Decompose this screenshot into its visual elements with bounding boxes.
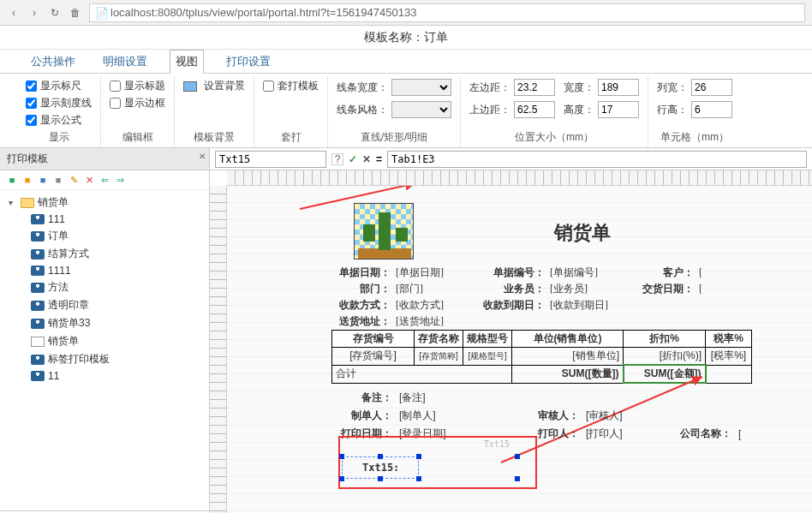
tree-item[interactable]: 透明印章 bbox=[5, 296, 204, 314]
resize-handle[interactable] bbox=[515, 476, 520, 481]
menu-detail[interactable]: 明细设置 bbox=[98, 51, 152, 73]
val-remark[interactable]: [备注] bbox=[397, 390, 474, 406]
col-spec[interactable]: 规格型号 bbox=[463, 331, 512, 348]
tree-item[interactable]: 订单 bbox=[5, 227, 204, 245]
tree-root[interactable]: ▾ 销货单 bbox=[5, 194, 204, 212]
tb-save-icon[interactable]: ■ bbox=[36, 173, 50, 187]
resize-handle[interactable] bbox=[378, 454, 383, 459]
val-bill-no[interactable]: [单据编号] bbox=[547, 265, 600, 281]
cancel-icon[interactable]: ✕ bbox=[362, 153, 371, 165]
col-unit[interactable]: 单位(销售单位) bbox=[512, 331, 624, 348]
val-dept[interactable]: [部门] bbox=[393, 281, 446, 297]
tb-copy-icon[interactable]: ■ bbox=[51, 173, 65, 187]
expand-icon[interactable]: ▾ bbox=[9, 198, 17, 207]
tb-open-icon[interactable]: ■ bbox=[21, 173, 34, 187]
col-tax[interactable]: 税率% bbox=[706, 331, 752, 348]
menu-print[interactable]: 打印设置 bbox=[221, 51, 276, 73]
tb-left-icon[interactable]: ⇐ bbox=[98, 173, 111, 187]
name-box[interactable] bbox=[215, 151, 326, 168]
canvas-wrap: 销货单 单据日期：[单据日期] 单据编号：[单据编号] 客户：[ 部门：[部门]… bbox=[210, 170, 812, 513]
tree-item[interactable]: 销货单33 bbox=[5, 314, 204, 332]
col-code[interactable]: 存货编号 bbox=[332, 331, 415, 348]
lbl-due: 收款到期日： bbox=[481, 297, 547, 313]
cactus-image[interactable] bbox=[354, 203, 414, 259]
user-icon bbox=[31, 355, 45, 365]
inp-width[interactable] bbox=[598, 79, 639, 96]
val-company[interactable]: [ bbox=[736, 426, 743, 442]
design-canvas[interactable]: 销货单 单据日期：[单据日期] 单据编号：[单据编号] 客户：[ 部门：[部门]… bbox=[227, 186, 812, 513]
val-auditor[interactable]: [审核人] bbox=[583, 408, 652, 424]
chk-show-formula[interactable]: 显示公式 bbox=[26, 113, 92, 128]
sum-qty[interactable]: SUM([数量]) bbox=[512, 365, 624, 383]
col-name[interactable]: 存货名称 bbox=[415, 331, 463, 348]
tree-item-label: 透明印章 bbox=[48, 298, 89, 313]
val-maker[interactable]: [制单人] bbox=[397, 408, 474, 424]
tree-item[interactable]: 结算方式 bbox=[5, 245, 204, 263]
inp-height[interactable] bbox=[598, 101, 639, 118]
sum-label: 合计 bbox=[332, 365, 512, 383]
tree-item[interactable]: 11 bbox=[5, 368, 204, 384]
val-customer[interactable]: [ bbox=[696, 265, 705, 281]
inp-rowh[interactable] bbox=[691, 101, 732, 118]
inp-colw[interactable] bbox=[691, 79, 732, 96]
svg-line-0 bbox=[227, 186, 313, 229]
help-icon[interactable]: ? bbox=[331, 153, 343, 165]
inp-top[interactable] bbox=[514, 101, 555, 118]
lbl-line-style: 线条风格： bbox=[337, 103, 388, 117]
val-trade-date[interactable]: [ bbox=[696, 281, 705, 297]
chk-show-title[interactable]: 显示标题 bbox=[110, 79, 165, 93]
formula-input[interactable] bbox=[387, 151, 807, 168]
right-panel: ? ✓ ✕ = 销货单 bbox=[210, 148, 812, 513]
chk-show-border[interactable]: 显示边框 bbox=[110, 96, 165, 110]
tb-new-icon[interactable]: ■ bbox=[5, 173, 19, 187]
btn-set-bg[interactable]: 设置背景 bbox=[183, 79, 245, 93]
document-title[interactable]: 销货单 bbox=[554, 220, 611, 246]
resize-handle[interactable] bbox=[416, 476, 421, 481]
back-icon[interactable]: ‹ bbox=[7, 6, 21, 20]
tree-item[interactable]: 标签打印模板 bbox=[5, 350, 204, 368]
tree-item[interactable]: 销货单 bbox=[5, 332, 204, 350]
sel-line-width[interactable] bbox=[391, 79, 451, 96]
menu-common[interactable]: 公共操作 bbox=[26, 51, 81, 73]
reload-icon[interactable]: ↻ bbox=[48, 6, 62, 20]
accept-icon[interactable]: ✓ bbox=[349, 153, 357, 165]
val-bill-date[interactable]: [单据日期] bbox=[393, 265, 446, 281]
tree-item-label: 标签打印模板 bbox=[48, 352, 110, 367]
resize-handle[interactable] bbox=[339, 454, 344, 459]
sum-row[interactable]: 合计 SUM([数量]) SUM([金额]) bbox=[332, 365, 752, 383]
forward-icon[interactable]: › bbox=[27, 6, 41, 20]
group-editbox: 编辑框 bbox=[110, 129, 165, 146]
close-icon[interactable]: ✕ bbox=[199, 152, 206, 161]
chk-show-ruler[interactable]: 显示标尺 bbox=[26, 79, 92, 93]
tb-del-icon[interactable]: ✕ bbox=[82, 173, 96, 187]
val-sales[interactable]: [业务员] bbox=[547, 281, 600, 297]
resize-handle[interactable] bbox=[339, 476, 344, 481]
resize-handle[interactable] bbox=[378, 476, 383, 481]
header-fields: 单据日期：[单据日期] 单据编号：[单据编号] 客户：[ 部门：[部门] 业务员… bbox=[331, 265, 705, 330]
menu-view[interactable]: 视图 bbox=[170, 50, 204, 74]
resize-handle[interactable] bbox=[416, 454, 421, 459]
url-bar[interactable]: 📄 localhost:8080/tplus/view/portal/porta… bbox=[89, 3, 805, 22]
lbl-rowh: 行高： bbox=[657, 103, 688, 117]
tree-item[interactable]: 111 bbox=[5, 212, 204, 227]
table-row[interactable]: [存货编号] [存货简称] [规格型号] [销售单位] [折扣(%)] [税率%… bbox=[332, 348, 752, 366]
tree-item[interactable]: 1111 bbox=[5, 263, 204, 278]
sel-line-style[interactable] bbox=[391, 101, 451, 118]
tree-item[interactable]: 方法 bbox=[5, 278, 204, 296]
inp-left[interactable] bbox=[514, 79, 555, 96]
val-ship[interactable]: [送货地址] bbox=[393, 313, 705, 330]
trash-icon[interactable]: 🗑 bbox=[69, 6, 82, 20]
tb-edit-icon[interactable]: ✎ bbox=[67, 173, 81, 187]
txt15-label[interactable]: Txt15: bbox=[362, 462, 399, 474]
chk-show-scale[interactable]: 显示刻度线 bbox=[26, 96, 92, 110]
val-printer[interactable]: [打印人] bbox=[583, 426, 652, 442]
resize-handle[interactable] bbox=[515, 454, 520, 459]
tree-toolbar: ■ ■ ■ ■ ✎ ✕ ⇐ ⇒ bbox=[0, 170, 209, 190]
chk-batch-tpl[interactable]: 套打模板 bbox=[263, 79, 319, 93]
col-disc[interactable]: 折扣% bbox=[624, 331, 706, 348]
val-due[interactable]: [收款到期日] bbox=[547, 297, 705, 313]
detail-grid[interactable]: 存货编号 存货名称 规格型号 单位(销售单位) 折扣% 税率% [存货编号] [… bbox=[331, 330, 752, 384]
val-pay[interactable]: [收款方式] bbox=[393, 297, 446, 313]
sum-amt[interactable]: SUM([金额]) bbox=[624, 365, 706, 383]
tb-right-icon[interactable]: ⇒ bbox=[113, 173, 127, 187]
